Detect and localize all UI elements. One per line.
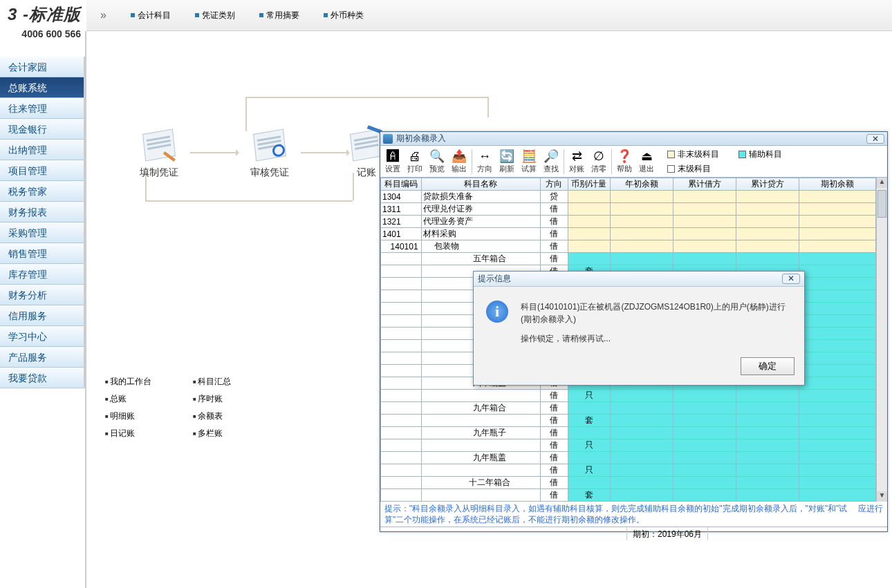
table-row[interactable]: 1321代理业务资产借	[381, 216, 876, 228]
dialog-title: 提示信息	[478, 273, 511, 285]
toolbar-icon: ↔	[474, 149, 496, 164]
table-row[interactable]: 1401材料采购借	[381, 228, 876, 240]
toolbar-方向[interactable]: ↔方向	[474, 148, 496, 176]
toolbar-设置[interactable]: 🅰设置	[382, 148, 404, 176]
dialog-close-icon[interactable]: ✕	[782, 274, 800, 284]
toolbar-试算[interactable]: 🧮试算	[518, 147, 540, 176]
table-row[interactable]: 借只	[381, 390, 876, 402]
scroll-down-icon[interactable]: ▼	[877, 491, 887, 502]
toolbar-icon: ∅	[588, 149, 610, 164]
bullet-icon	[324, 13, 328, 17]
table-row[interactable]: 十二年箱合借	[381, 477, 876, 489]
sidebar-item[interactable]: 现金银行	[0, 119, 84, 140]
toolbar-icon: 🖨	[404, 149, 426, 164]
table-row[interactable]: 1304贷款损失准备贷	[381, 191, 876, 203]
quicklink-item[interactable]: 日记账	[105, 425, 151, 442]
table-row[interactable]: 1311代理兑付证券借	[381, 203, 876, 216]
toolbar-清零[interactable]: ∅清零	[588, 147, 610, 176]
toolbar-打印[interactable]: 🖨打印	[404, 148, 426, 176]
toolbar-icon: 🔎	[540, 149, 562, 164]
table-row[interactable]: 借只	[381, 464, 876, 477]
balance-toolbar: 🅰设置🖨打印🔍预览📤输出↔方向🔄刷新🧮试算🔎查找⇄对账∅清零❓帮助⏏退出非末级科…	[380, 146, 887, 178]
sidebar: 会计家园总账系统往来管理现金银行出纳管理项目管理税务管家财务报表采购管理销售管理…	[0, 57, 85, 388]
sidebar-item[interactable]: 税务管家	[0, 181, 84, 202]
col-header[interactable]: 累计借方	[673, 178, 736, 191]
col-header[interactable]: 科目名称	[421, 178, 540, 191]
topmenu-item[interactable]: 常用摘要	[259, 10, 299, 21]
sidebar-item[interactable]: 信用服务	[0, 305, 84, 326]
topmenu-item[interactable]: 会计科目	[131, 10, 171, 21]
table-row[interactable]: 九年箱合借	[381, 402, 876, 415]
col-header[interactable]: 方向	[540, 178, 568, 191]
sidebar-item[interactable]: 财务分析	[0, 285, 84, 305]
scroll-up-icon[interactable]: ▲	[877, 178, 887, 188]
bullet-icon	[195, 13, 199, 17]
quicklink-item[interactable]: 科目汇总	[193, 373, 231, 390]
toolbar-查找[interactable]: 🔎查找	[540, 147, 562, 176]
table-row[interactable]: 借只	[381, 439, 876, 452]
sidebar-item[interactable]: 财务报表	[0, 202, 84, 222]
col-header[interactable]: 期初余额	[799, 178, 875, 191]
quicklink-item[interactable]: 余额表	[193, 408, 231, 425]
toolbar-预览[interactable]: 🔍预览	[426, 147, 448, 176]
sidebar-item[interactable]: 总账系统	[0, 77, 84, 98]
quicklinks: 我的工作台总账明细账日记账 科目汇总序时账余额表多栏账	[105, 373, 231, 442]
bullet-icon	[259, 13, 263, 17]
bullet-icon	[131, 13, 135, 17]
toolbar-刷新[interactable]: 🔄刷新	[496, 147, 518, 176]
vertical-scrollbar[interactable]: ▲ ▼	[876, 178, 887, 502]
sidebar-item[interactable]: 产品服务	[0, 347, 84, 368]
quicklink-item[interactable]: 多栏账	[193, 425, 231, 442]
hint-more[interactable]: 应进行	[858, 503, 883, 514]
quicklink-item[interactable]: 明细账	[105, 408, 151, 425]
table-row[interactable]: 九年瓶盖借	[381, 452, 876, 464]
toolbar-帮助[interactable]: ❓帮助	[613, 147, 635, 176]
dialog-message: 科目(14010101)正在被机器(ZDJZOGMS124OB1R0)上的用户(…	[521, 301, 792, 345]
toolbar-icon: ❓	[613, 149, 635, 164]
quicklink-item[interactable]: 我的工作台	[105, 373, 151, 390]
toolbar-icon: ⏏	[635, 149, 658, 164]
expand-icon[interactable]: »	[100, 9, 106, 21]
balance-statusbar: 期初：2019年06月	[380, 527, 887, 540]
sidebar-item[interactable]: 出纳管理	[0, 140, 84, 160]
sidebar-item[interactable]: 销售管理	[0, 243, 84, 264]
toolbar-icon: ⇄	[566, 149, 588, 164]
scroll-thumb[interactable]	[877, 190, 886, 218]
sidebar-item[interactable]: 往来管理	[0, 98, 84, 119]
table-row[interactable]: 借套	[381, 415, 876, 427]
table-row[interactable]: 五年箱合借	[381, 253, 876, 265]
toolbar-输出[interactable]: 📤输出	[448, 147, 470, 176]
col-header[interactable]: 币别/计量	[568, 178, 610, 191]
col-header[interactable]: 科目编码	[381, 178, 422, 191]
table-row[interactable]: 借套	[381, 489, 876, 502]
status-period: 期初：2019年06月	[626, 527, 707, 540]
toolbar-icon: 🧮	[518, 149, 540, 164]
sidebar-item[interactable]: 采购管理	[0, 222, 84, 243]
quicklink-item[interactable]: 总账	[105, 390, 151, 408]
flow-node-audit[interactable]: 审核凭证	[228, 131, 311, 179]
table-row[interactable]: 九年瓶子借	[381, 427, 876, 439]
close-icon[interactable]: ✕	[866, 134, 884, 144]
topmenu-item[interactable]: 凭证类别	[195, 10, 235, 21]
toolbar-icon: 🔍	[426, 149, 448, 164]
sidebar-item[interactable]: 学习中心	[0, 326, 84, 347]
legend: 非末级科目辅助科目末级科目	[667, 149, 782, 175]
ok-button[interactable]: 确定	[741, 357, 795, 375]
topmenu-item[interactable]: 外币种类	[324, 10, 364, 21]
sidebar-item[interactable]: 库存管理	[0, 264, 84, 285]
toolbar-退出[interactable]: ⏏退出	[635, 147, 658, 176]
quicklink-item[interactable]: 序时账	[193, 390, 231, 408]
sidebar-item[interactable]: 项目管理	[0, 160, 84, 181]
dialog-titlebar[interactable]: 提示信息 ✕	[474, 272, 804, 287]
chart-icon	[383, 134, 393, 144]
col-header[interactable]: 年初余额	[610, 178, 673, 191]
toolbar-对账[interactable]: ⇄对账	[566, 147, 588, 176]
sidebar-item[interactable]: 我要贷款	[0, 368, 84, 388]
balance-window-titlebar[interactable]: 期初余额录入 ✕	[380, 132, 887, 146]
sidebar-item[interactable]: 会计家园	[0, 57, 84, 77]
table-row[interactable]: 140101包装物借	[381, 240, 876, 253]
col-header[interactable]: 累计贷方	[736, 178, 799, 191]
toolbar-icon: 🅰	[382, 149, 404, 164]
info-icon: i	[486, 301, 508, 323]
flow-node-fill[interactable]: 填制凭证	[118, 131, 201, 179]
